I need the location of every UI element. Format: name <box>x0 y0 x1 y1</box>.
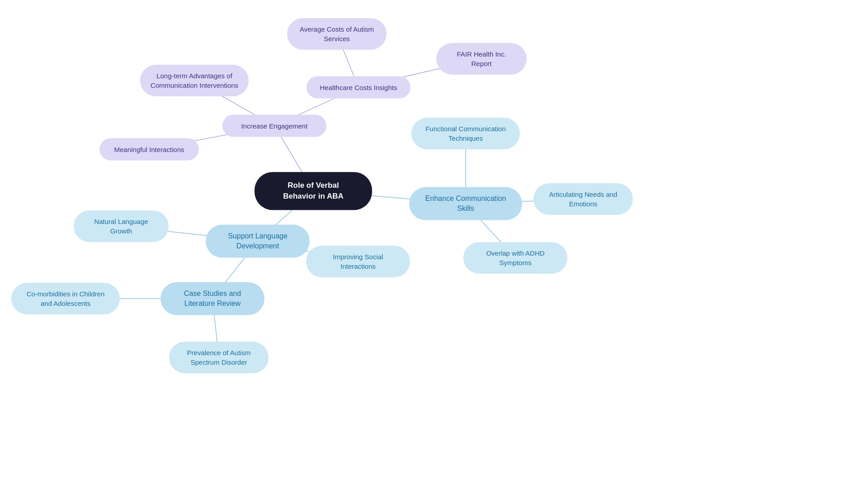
articulating-node[interactable]: Articulating Needs and Emotions <box>533 183 633 215</box>
case-studies-node[interactable]: Case Studies and Literature Review <box>160 282 264 315</box>
longterm-advantages-node[interactable]: Long-term Advantages of Communication In… <box>140 65 249 96</box>
meaningful-interactions-node[interactable]: Meaningful Interactions <box>99 138 199 161</box>
functional-comm-node[interactable]: Functional Communication Techniques <box>411 118 520 149</box>
enhance-comm-node[interactable]: Enhance Communication Skills <box>409 187 522 220</box>
connections-svg <box>0 0 868 490</box>
mindmap-container: Role of Verbal Behavior in ABAIncrease E… <box>0 0 868 490</box>
support-language-node[interactable]: Support Language Development <box>206 225 310 258</box>
overlap-adhd-node[interactable]: Overlap with ADHD Symptoms <box>463 242 567 274</box>
increase-engagement-node[interactable]: Increase Engagement <box>222 115 326 137</box>
natural-language-node[interactable]: Natural Language Growth <box>74 210 169 242</box>
comorbidities-node[interactable]: Co-morbidities in Children and Adolescen… <box>11 283 120 314</box>
center-node[interactable]: Role of Verbal Behavior in ABA <box>255 172 372 210</box>
fair-health-node[interactable]: FAIR Health Inc. Report <box>436 43 527 75</box>
avg-costs-node[interactable]: Average Costs of Autism Services <box>287 18 387 50</box>
improving-social-node[interactable]: Improving Social Interactions <box>306 246 410 277</box>
prevalence-node[interactable]: Prevalence of Autism Spectrum Disorder <box>169 342 269 373</box>
healthcare-costs-node[interactable]: Healthcare Costs Insights <box>307 76 410 99</box>
